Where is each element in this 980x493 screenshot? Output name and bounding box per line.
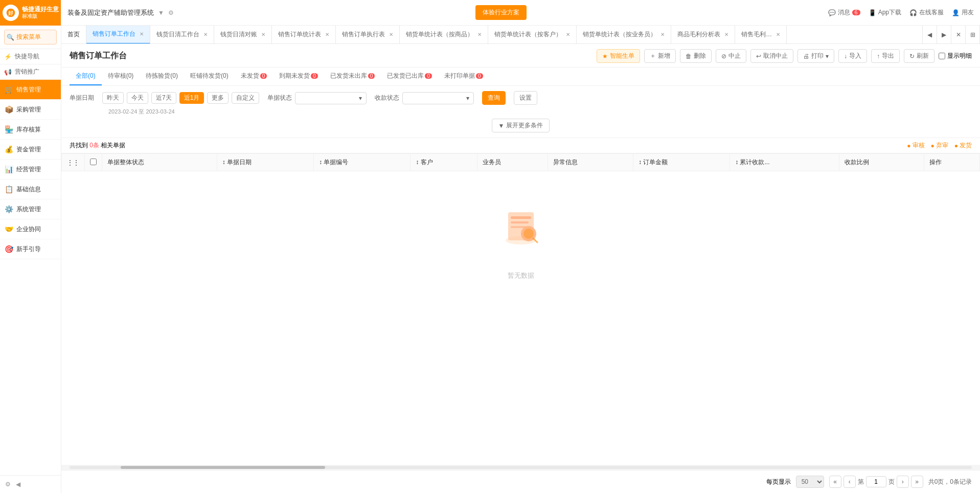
settings-icon[interactable]: ⚙: [5, 481, 11, 488]
app-download-item[interactable]: 📱 App下载: [869, 8, 901, 17]
smart-create-button[interactable]: ★ 智能生单: [597, 49, 640, 63]
sidebar-item-sales[interactable]: 🛒 销售管理: [0, 80, 61, 100]
print-icon: 🖨: [803, 53, 809, 60]
sub-tab-pending-audit[interactable]: 待审核(0): [102, 68, 140, 85]
date-btn-today[interactable]: 今天: [127, 92, 148, 104]
tab-prev-button[interactable]: ◀: [923, 26, 937, 44]
sidebar-item-operation[interactable]: 📊 经营管理: [0, 160, 61, 180]
message-item[interactable]: 💬 消息 6: [828, 8, 860, 17]
tab-sales-workbench[interactable]: 销售订单工作台 ✕: [86, 26, 150, 44]
first-page-button[interactable]: «: [829, 476, 841, 488]
data-table: ⋮⋮ 单据整体状态 ↕ 单据日期 ↕ 单据编号: [61, 153, 980, 171]
sub-tab-pending-check[interactable]: 待拣验货(0): [140, 68, 184, 85]
tab-expand-button[interactable]: ⊞: [966, 26, 980, 44]
date-btn-7days[interactable]: 近7天: [151, 92, 176, 104]
tab-sales-by-staff[interactable]: 销货单统计表（按业务员） ✕: [577, 26, 671, 44]
sidebar-item-purchase[interactable]: 📦 采购管理: [0, 100, 61, 120]
user-item[interactable]: 👤 用友: [952, 8, 974, 17]
settings-gear-icon[interactable]: ⚙: [168, 9, 174, 16]
enterprise-icon: 🤝: [4, 225, 13, 234]
show-detail-checkbox[interactable]: 显示明细: [939, 52, 972, 60]
sidebar-item-label-newbie: 新手引导: [16, 245, 41, 254]
tab-home[interactable]: 首页: [61, 26, 86, 44]
prev-page-button[interactable]: ‹: [844, 476, 856, 488]
date-btn-1month[interactable]: 近1月: [179, 92, 204, 104]
delete-button[interactable]: 🗑 删除: [680, 49, 712, 63]
stop-button[interactable]: ⊘ 中止: [716, 49, 746, 63]
sub-tab-wangpu-ship[interactable]: 旺铺待发货(0): [184, 68, 235, 85]
tab-sales-stat[interactable]: 销售订单统计表 ✕: [272, 26, 336, 44]
expand-filter-button[interactable]: ▼ 展开更多条件: [492, 119, 550, 132]
date-btn-custom[interactable]: 自定义: [232, 92, 259, 104]
tab-close-sales-by-customer[interactable]: ✕: [566, 32, 570, 37]
refresh-button[interactable]: ↻ 刷新: [904, 49, 935, 63]
tab-close-sales-stat[interactable]: ✕: [325, 32, 329, 37]
sub-tab-all[interactable]: 全部(0): [70, 68, 102, 85]
settings-filter-button[interactable]: 设置: [514, 91, 537, 105]
tab-next-button[interactable]: ▶: [937, 26, 951, 44]
sidebar-item-marketing[interactable]: 📢 营销推广: [0, 64, 61, 80]
sidebar-item-inventory[interactable]: 🏪 库存核算: [0, 120, 61, 140]
tab-close-sales-by-product[interactable]: ✕: [477, 32, 482, 37]
sidebar-item-system[interactable]: ⚙️ 系统管理: [0, 199, 61, 219]
export-icon: ↑: [877, 53, 880, 60]
show-detail-input[interactable]: [939, 53, 945, 59]
sidebar-item-newbie[interactable]: 🎯 新手引导: [0, 239, 61, 259]
import-button[interactable]: ↓ 导入: [838, 49, 867, 63]
status-filter-label: 单据状态: [267, 94, 292, 102]
payment-select-arrow: ▾: [466, 95, 469, 102]
tab-close-cash-daily[interactable]: ✕: [203, 32, 208, 37]
print-button[interactable]: 🖨 打印 ▾: [797, 49, 834, 63]
sub-tab-unprinted[interactable]: 未打印单据0: [438, 68, 489, 85]
date-btn-more[interactable]: 更多: [207, 92, 229, 104]
ship-button[interactable]: ● 发货: [954, 141, 972, 150]
sub-tab-shipped-out[interactable]: 已发货已出库0: [381, 68, 438, 85]
online-service-item[interactable]: 🎧 在线客服: [909, 8, 944, 17]
scrollbar-thumb[interactable]: [121, 466, 325, 469]
tab-gross-profit[interactable]: 商品毛利分析表 ✕: [671, 26, 735, 44]
cancel-audit-button[interactable]: ● 弃审: [931, 141, 948, 150]
tab-sales-by-customer[interactable]: 销货单统计表（按客户） ✕: [488, 26, 577, 44]
tab-close-cash-reconcile[interactable]: ✕: [261, 32, 265, 37]
last-page-button[interactable]: »: [911, 476, 923, 488]
sub-tab-unshipped[interactable]: 未发货0: [235, 68, 274, 85]
status-select[interactable]: ▾: [295, 92, 367, 104]
sidebar-item-basic[interactable]: 📋 基础信息: [0, 180, 61, 199]
date-btn-yesterday[interactable]: 昨天: [102, 92, 124, 104]
search-menu-button[interactable]: 🔍 搜索菜单: [4, 30, 57, 44]
sidebar-item-quick-nav[interactable]: ⚡ 快捷导航: [0, 49, 61, 64]
audit-button[interactable]: ● 审核: [907, 141, 924, 150]
query-button[interactable]: 查询: [482, 91, 506, 105]
tab-close-sales-exec[interactable]: ✕: [389, 32, 393, 37]
tab-cash-daily[interactable]: 钱货日清工作台 ✕: [150, 26, 214, 44]
tab-cash-reconcile[interactable]: 钱货日清对账 ✕: [214, 26, 272, 44]
next-page-button[interactable]: ›: [897, 476, 909, 488]
cancel-stop-button[interactable]: ↩ 取消中止: [750, 49, 793, 63]
number-col-label: ↕ 单据编号: [319, 159, 348, 166]
add-button[interactable]: ＋ 新增: [644, 49, 676, 63]
collapse-icon[interactable]: ◀: [16, 481, 20, 488]
tab-close-gross-profit[interactable]: ✕: [724, 32, 728, 37]
tab-sales-by-product[interactable]: 销货单统计表（按商品） ✕: [400, 26, 488, 44]
horizontal-scrollbar[interactable]: [61, 465, 980, 470]
per-page-select[interactable]: 50 20 100: [796, 476, 824, 488]
tab-sales-exec[interactable]: 销售订单执行表 ✕: [336, 26, 400, 44]
industry-solution-button[interactable]: 体验行业方案: [475, 5, 527, 20]
ship-label: 发货: [960, 141, 972, 150]
tab-close-sales-by-staff[interactable]: ✕: [660, 32, 665, 37]
sidebar-item-finance[interactable]: 💰 资金管理: [0, 140, 61, 160]
page-number-input[interactable]: [866, 476, 886, 487]
tab-close-sales-extra[interactable]: ✕: [776, 32, 780, 37]
tab-close-all-button[interactable]: ✕: [951, 26, 966, 44]
results-count: 0条: [89, 142, 99, 149]
amount-col-label: ↕ 订单金额: [639, 159, 668, 166]
sidebar-item-enterprise[interactable]: 🤝 企业协同: [0, 219, 61, 239]
sub-tab-shipped-not-out[interactable]: 已发货未出库0: [324, 68, 381, 85]
cancel-stop-icon: ↩: [756, 53, 761, 60]
payment-select[interactable]: ▾: [402, 92, 474, 104]
tab-close-sales-workbench[interactable]: ✕: [140, 31, 144, 37]
export-button[interactable]: ↑ 导出: [871, 49, 900, 63]
sub-tab-overdue-unshipped[interactable]: 到期未发货0: [273, 68, 324, 85]
select-all-checkbox[interactable]: [90, 159, 97, 165]
tab-sales-extra[interactable]: 销售毛利… ✕: [735, 26, 787, 44]
